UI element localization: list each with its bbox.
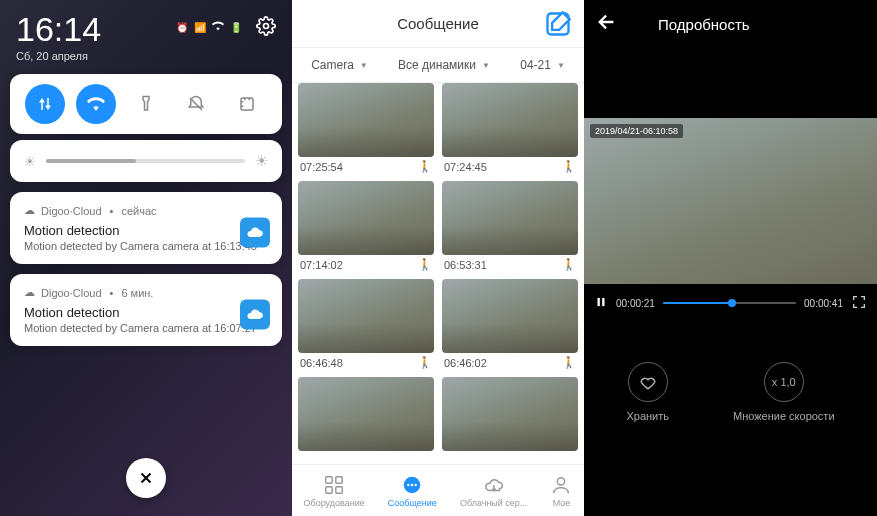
- action-row: Хранить x 1,0 Множение скорости: [584, 362, 877, 422]
- date-filter[interactable]: 04-21▼: [520, 58, 565, 72]
- svg-point-13: [415, 483, 417, 485]
- flashlight-toggle[interactable]: [126, 84, 166, 124]
- event-time: 07:14:02: [300, 259, 343, 271]
- event-item[interactable]: 06:46:48🚶: [298, 279, 434, 373]
- notif-title: Motion detection: [24, 305, 268, 320]
- event-item[interactable]: [442, 377, 578, 451]
- svg-rect-7: [336, 476, 342, 482]
- clear-all-button[interactable]: [126, 458, 166, 498]
- notif-app: Digoo·Cloud: [41, 205, 102, 217]
- status-icons: ⏰ 📶 🔋: [176, 16, 276, 38]
- svg-rect-2: [241, 98, 253, 110]
- page-title: Подробность: [658, 16, 750, 33]
- date: Сб, 20 апреля: [16, 50, 101, 62]
- motion-icon: 🚶: [418, 258, 432, 271]
- event-time: 06:53:31: [444, 259, 487, 271]
- brightness-low-icon: ☀: [24, 154, 36, 169]
- event-item[interactable]: 06:46:02🚶: [442, 279, 578, 373]
- brightness-high-icon: ☀: [255, 152, 268, 170]
- header: Подробность: [584, 0, 877, 48]
- notif-age: 6 мин.: [121, 287, 153, 299]
- svg-rect-9: [336, 486, 342, 492]
- svg-point-14: [558, 477, 565, 484]
- camera-filter[interactable]: Camera▼: [311, 58, 368, 72]
- header: Сообщение: [292, 0, 584, 48]
- wifi-toggle[interactable]: [76, 84, 116, 124]
- notif-text: Motion detected by Camera camera at 16:0…: [24, 322, 268, 334]
- page-title: Сообщение: [397, 15, 479, 32]
- screenshot-toggle[interactable]: [227, 84, 267, 124]
- filter-bar: Camera▼ Все динамики▼ 04-21▼: [292, 48, 584, 83]
- event-time: 07:25:54: [300, 161, 343, 173]
- event-item[interactable]: 07:24:45🚶: [442, 83, 578, 177]
- elapsed-time: 00:00:21: [616, 298, 655, 309]
- video-player[interactable]: 2019/04/21-06:10:58: [584, 118, 877, 284]
- pause-button[interactable]: [594, 295, 608, 311]
- notif-age: сейчас: [121, 205, 156, 217]
- nav-cloud[interactable]: Облачный сер...: [460, 474, 527, 508]
- clock: 16:14: [16, 12, 101, 46]
- event-time: 07:24:45: [444, 161, 487, 173]
- notif-title: Motion detection: [24, 223, 268, 238]
- settings-button[interactable]: [256, 16, 276, 38]
- cloud-icon: ☁: [24, 286, 35, 299]
- wifi-icon: [212, 20, 224, 34]
- notification-shade: 16:14 Сб, 20 апреля ⏰ 📶 🔋 ☀ ☀: [0, 0, 292, 516]
- svg-point-11: [407, 483, 409, 485]
- event-time: 06:46:48: [300, 357, 343, 369]
- mobile-data-toggle[interactable]: [25, 84, 65, 124]
- speaker-filter[interactable]: Все динамики▼: [398, 58, 490, 72]
- nav-mine[interactable]: Мое: [550, 474, 572, 508]
- nav-messages[interactable]: Сообщение: [388, 474, 437, 508]
- cloud-icon: ☁: [24, 204, 35, 217]
- video-controls: 00:00:21 00:00:41: [584, 284, 877, 322]
- notification-item[interactable]: ☁ Digoo·Cloud 6 мин. Motion detection Mo…: [10, 274, 282, 346]
- signal-icon: 📶: [194, 22, 206, 33]
- app-icon: [240, 300, 270, 330]
- svg-point-12: [411, 483, 413, 485]
- compose-button[interactable]: [544, 10, 572, 38]
- progress-bar[interactable]: [663, 302, 796, 304]
- notif-text: Motion detected by Camera camera at 16:1…: [24, 240, 268, 252]
- battery-icon: 🔋: [230, 22, 242, 33]
- svg-rect-15: [598, 298, 600, 306]
- bottom-nav: Оборудование Сообщение Облачный сер... М…: [292, 464, 584, 516]
- notif-app: Digoo·Cloud: [41, 287, 102, 299]
- duration: 00:00:41: [804, 298, 843, 309]
- nav-equipment[interactable]: Оборудование: [304, 474, 365, 508]
- motion-icon: 🚶: [418, 160, 432, 173]
- mute-toggle[interactable]: [176, 84, 216, 124]
- back-button[interactable]: [596, 11, 618, 37]
- app-icon: [240, 218, 270, 248]
- svg-rect-16: [602, 298, 604, 306]
- svg-rect-6: [326, 476, 332, 482]
- svg-point-0: [264, 24, 269, 29]
- quick-settings: [10, 74, 282, 134]
- svg-rect-8: [326, 486, 332, 492]
- event-grid: 07:25:54🚶 07:24:45🚶 07:14:02🚶 06:53:31🚶 …: [292, 83, 584, 464]
- notification-item[interactable]: ☁ Digoo·Cloud сейчас Motion detection Mo…: [10, 192, 282, 264]
- messages-screen: Сообщение Camera▼ Все динамики▼ 04-21▼ 0…: [292, 0, 584, 516]
- event-item[interactable]: [298, 377, 434, 451]
- event-time: 06:46:02: [444, 357, 487, 369]
- alarm-icon: ⏰: [176, 22, 188, 33]
- motion-icon: 🚶: [562, 160, 576, 173]
- store-button[interactable]: Хранить: [626, 362, 669, 422]
- motion-icon: 🚶: [562, 356, 576, 369]
- fullscreen-button[interactable]: [851, 294, 867, 312]
- timestamp-overlay: 2019/04/21-06:10:58: [590, 124, 683, 138]
- motion-icon: 🚶: [562, 258, 576, 271]
- event-item[interactable]: 06:53:31🚶: [442, 181, 578, 275]
- speed-button[interactable]: x 1,0 Множение скорости: [733, 362, 835, 422]
- motion-icon: 🚶: [418, 356, 432, 369]
- brightness-slider[interactable]: ☀ ☀: [10, 140, 282, 182]
- event-item[interactable]: 07:14:02🚶: [298, 181, 434, 275]
- event-item[interactable]: 07:25:54🚶: [298, 83, 434, 177]
- detail-screen: Подробность 2019/04/21-06:10:58 00:00:21…: [584, 0, 877, 516]
- status-bar: 16:14 Сб, 20 апреля ⏰ 📶 🔋: [0, 0, 292, 66]
